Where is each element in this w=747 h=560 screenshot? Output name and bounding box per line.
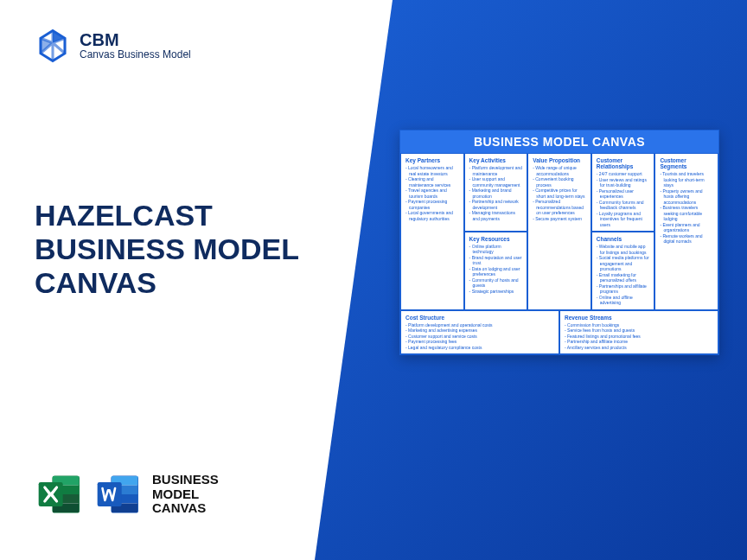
title-line: CANVAS	[35, 266, 299, 300]
list-item: Convenient booking process	[533, 176, 586, 188]
canvas-title: BUSINESS MODEL CANVAS	[400, 130, 718, 153]
apps-label-line: BUSINESS	[152, 473, 219, 487]
list-item: 24/7 customer support	[597, 171, 650, 177]
list-item: Strategic partnerships	[469, 289, 523, 295]
cell-heading: Customer Segments	[660, 157, 713, 169]
svg-rect-11	[98, 482, 122, 506]
cell-heading: Cost Structure	[405, 315, 554, 321]
word-icon	[93, 470, 142, 519]
page: CBM Canvas Business Model HAZELCAST BUSI…	[0, 0, 747, 560]
cell-list: Commission from bookingsService fees fro…	[565, 322, 713, 351]
cell-list: Platform development and operational cos…	[405, 322, 554, 351]
cell-heading: Channels	[597, 236, 650, 242]
brand-logo: CBM Canvas Business Model	[35, 28, 191, 64]
list-item: Loyalty programs and incentives for freq…	[597, 211, 650, 228]
list-item: Secure payment system	[533, 216, 586, 222]
cell-list: Wide range of unique accommodationsConve…	[533, 165, 586, 221]
cell-list: Tourists and travelers looking for short…	[660, 171, 713, 245]
list-item: Legal and regulatory compliance costs	[405, 345, 554, 351]
cell-key-resources: Key Resources Online platform technology…	[464, 232, 528, 310]
cell-heading: Key Partners	[405, 157, 459, 163]
canvas-grid-top: Key Partners Local homeowners and real e…	[400, 153, 718, 310]
cell-list: Local homeowners and real estate investo…	[405, 165, 459, 221]
list-item: Event planners and organizations	[660, 222, 713, 233]
list-item: Online platform technology	[469, 244, 523, 255]
list-item: Payment processing companies	[405, 199, 459, 210]
cell-key-partners: Key Partners Local homeowners and real e…	[400, 153, 464, 310]
cell-heading: Key Activities	[469, 157, 523, 163]
cell-list: 24/7 customer supportUser reviews and ra…	[597, 171, 650, 227]
cell-value-proposition: Value Proposition Wide range of unique a…	[527, 153, 591, 310]
canvas-preview: BUSINESS MODEL CANVAS Key Partners Local…	[399, 130, 719, 355]
cell-list: Platform development and maintenanceUser…	[469, 165, 523, 221]
list-item: Local homeowners and real estate investo…	[405, 165, 459, 176]
list-item: Social media platforms for engagement an…	[597, 255, 650, 272]
list-item: User support and community management	[469, 176, 523, 188]
list-item: Email marketing for personalized offers	[597, 272, 650, 283]
cell-heading: Customer Relationships	[597, 157, 650, 169]
list-item: Property owners and hosts offering accom…	[660, 188, 713, 206]
cell-heading: Value Proposition	[533, 157, 586, 163]
list-item: User reviews and ratings for trust-build…	[597, 177, 650, 188]
list-item: Local governments and regulatory authori…	[405, 210, 459, 221]
list-item: Marketing and brand promotion	[469, 188, 523, 199]
cell-heading: Key Resources	[469, 236, 523, 242]
page-title: HAZELCAST BUSINESS MODEL CANVAS	[35, 199, 299, 300]
list-item: Business travelers seeking comfortable l…	[660, 205, 713, 222]
list-item: Partnership and network development	[469, 199, 523, 210]
list-item: Competitive prices for short and long-te…	[533, 188, 586, 199]
list-item: Platform development and maintenance	[469, 165, 523, 176]
list-item: Travel agencies and tourism boards	[405, 188, 459, 199]
list-item: Online and offline advertising	[597, 295, 650, 306]
logo-subtitle: Canvas Business Model	[80, 49, 191, 60]
cell-channels: Channels Website and mobile app for list…	[591, 232, 655, 310]
cell-customer-relationships: Customer Relationships 24/7 customer sup…	[591, 153, 655, 232]
list-item: Community forums and feedback channels	[597, 200, 650, 211]
list-item: Website and mobile app for listings and …	[597, 244, 650, 255]
excel-icon	[35, 470, 83, 519]
cell-heading: Revenue Streams	[565, 315, 713, 321]
canvas-grid-bottom: Cost Structure Platform development and …	[400, 310, 718, 355]
list-item: Ancillary services and products	[565, 345, 713, 351]
list-item: Brand reputation and user trust	[469, 255, 523, 266]
cell-list: Website and mobile app for listings and …	[597, 244, 650, 306]
apps-label: BUSINESS MODEL CANVAS	[152, 473, 219, 516]
hexagon-icon	[35, 28, 71, 64]
cell-key-activities: Key Activities Platform development and …	[464, 153, 528, 232]
list-item: Community of hosts and guests	[469, 277, 523, 289]
list-item: Personalized user experiences	[597, 188, 650, 200]
apps-label-line: MODEL	[152, 487, 219, 502]
list-item: Managing transactions and payments	[469, 210, 523, 221]
title-line: HAZELCAST	[35, 199, 299, 232]
cell-list: Online platform technologyBrand reputati…	[469, 244, 523, 295]
cell-cost-structure: Cost Structure Platform development and …	[400, 310, 559, 355]
list-item: Cleaning and maintenance services	[405, 176, 459, 188]
list-item: Tourists and travelers looking for short…	[660, 171, 713, 188]
cell-revenue-streams: Revenue Streams Commission from bookings…	[559, 310, 718, 355]
logo-abbr: CBM	[80, 30, 191, 49]
list-item: Personalized recommendations based on us…	[533, 199, 586, 216]
list-item: Data on lodging and user preferences	[469, 266, 523, 277]
cell-customer-segments: Customer Segments Tourists and travelers…	[654, 153, 718, 310]
apps-label-line: CANVAS	[152, 501, 219, 516]
list-item: Remote workers and digital nomads	[660, 233, 713, 245]
app-icons-group: BUSINESS MODEL CANVAS	[35, 470, 219, 519]
title-line: BUSINESS MODEL	[35, 232, 299, 266]
list-item: Wide range of unique accommodations	[533, 165, 586, 176]
list-item: Partnerships and affiliate programs	[597, 283, 650, 295]
